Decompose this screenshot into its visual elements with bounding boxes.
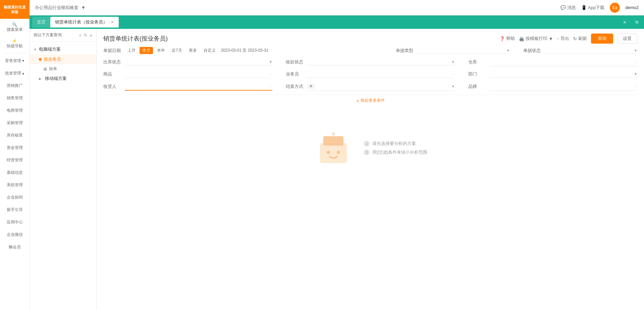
- page-content: 按以下方案查询 + ✎ « ▼ 电脑端方案 按业务员: [30, 29, 644, 310]
- industry-dropdown-icon[interactable]: ▼: [81, 5, 86, 10]
- department-select[interactable]: ▼: [490, 71, 637, 78]
- refresh-btn[interactable]: ↻ 刷新: [573, 36, 587, 42]
- doc-type-select[interactable]: ▼: [416, 47, 510, 54]
- sidebar-item-newbie[interactable]: 新手引导: [0, 204, 29, 216]
- sidebar-item-operations[interactable]: 经营管理: [0, 154, 29, 166]
- sidebar-item-wechat[interactable]: 企业微信: [0, 228, 29, 241]
- tab-restore-btn[interactable]: ⧉: [632, 17, 641, 27]
- settings-button[interactable]: 设置: [617, 34, 637, 44]
- left-panel: 按以下方案查询 + ✎ « ▼ 电脑端方案 按业务员: [30, 29, 97, 310]
- sidebar-item-ecommerce[interactable]: 电商管理: [0, 104, 29, 117]
- sidebar-item-sales[interactable]: 销售管理: [0, 92, 29, 104]
- scheme-section: ▼ 电脑端方案 按业务员 ⊞ 按单 ▶ 移动: [30, 42, 96, 86]
- sidebar-quick-nav[interactable]: ⚡快捷导航: [0, 36, 29, 52]
- empty-state-inner: 1 请先选择要分析的方案 2 用[过滤]条件来缩小分析范围: [313, 130, 427, 166]
- app-download-label: App下载: [588, 5, 604, 11]
- print-label: 按模板打印: [526, 36, 547, 42]
- refresh-label: 刷新: [578, 36, 587, 42]
- goods-dots[interactable]: ···: [269, 71, 272, 76]
- collapse-scheme-icon[interactable]: «: [90, 33, 92, 38]
- query-button[interactable]: 查询: [591, 34, 613, 44]
- sidebar-item-system[interactable]: 系统管理: [0, 179, 29, 191]
- sidebar-item-inventory[interactable]: 库存核算: [0, 129, 29, 142]
- help-icon: ❓: [499, 36, 505, 41]
- salesperson-select[interactable]: ···: [307, 70, 455, 78]
- desktop-scheme-header[interactable]: ▼ 电脑端方案: [30, 44, 96, 54]
- industry-selector[interactable]: 办公用品行业模拟账套 ▼: [35, 5, 86, 11]
- sidebar-item-wholesale[interactable]: 批发管理 ▴: [0, 67, 29, 80]
- export-icon: ↑: [557, 36, 559, 41]
- warehouse-dots[interactable]: ···: [634, 59, 637, 64]
- salesperson-label: 业务员: [286, 71, 305, 77]
- filter-section: 单据日期 上月 本月 本年 近7天 更多 自定义 2023-03-01 至 20…: [97, 47, 644, 109]
- tip-num-2: 2: [364, 149, 370, 155]
- main-area: 办公用品行业模拟账套 ▼ 💬 消息 📱 App下载 Ea demo2 首页 销货…: [30, 0, 644, 310]
- header-actions: ❓ 帮助 🖨️ 按模板打印 ▼ ↑ 导出 ↻ 刷新: [499, 34, 637, 44]
- add-scheme-icon[interactable]: +: [79, 33, 82, 38]
- brand-dots[interactable]: ···: [634, 84, 637, 89]
- scheme-by-order[interactable]: ⊞ 按单: [30, 64, 96, 73]
- tab-home[interactable]: 首页: [32, 17, 50, 28]
- date-range-display: 2023-03-01 至 2023-03-31: [221, 48, 268, 53]
- print-btn[interactable]: 🖨️ 按模板打印 ▼: [519, 36, 553, 42]
- empty-illustration: [313, 130, 354, 166]
- collapse-chevron-icon: ∧: [356, 98, 359, 103]
- help-btn[interactable]: ❓ 帮助: [499, 36, 515, 42]
- svg-point-2: [327, 151, 330, 154]
- logo-subtext: 标版: [11, 9, 18, 14]
- doc-status-arrow: ▼: [634, 49, 637, 52]
- doc-type-arrow: ▼: [506, 49, 510, 52]
- sidebar-item-retail[interactable]: 零售管理 ▾: [0, 55, 29, 67]
- warehouse-label: 仓库: [468, 59, 487, 65]
- app-logo: 畅捷通好生意 标版: [0, 0, 30, 19]
- divider: [3, 53, 26, 53]
- export-btn[interactable]: ↑ 导出: [557, 36, 570, 42]
- tab-sales-stats[interactable]: 销货单统计表（按业务员） ✕: [50, 17, 119, 28]
- settlement-select[interactable]: ✕ ▼: [307, 82, 455, 91]
- date-tab-more[interactable]: 更多: [186, 47, 200, 54]
- tab-close-icon[interactable]: ✕: [111, 20, 114, 24]
- sidebar-item-finance[interactable]: 资金管理: [0, 142, 29, 154]
- settlement-label: 结算方式: [286, 84, 305, 90]
- salesperson-dots[interactable]: ···: [451, 71, 455, 76]
- collapse-filter-btn[interactable]: ∧ 收起更多条件: [103, 95, 637, 106]
- sidebar-item-base[interactable]: 基础信息: [0, 166, 29, 179]
- print-dropdown-icon: ▼: [549, 36, 553, 41]
- date-tab-this-month[interactable]: 本月: [140, 47, 153, 54]
- date-tab-last-month[interactable]: 上月: [125, 47, 138, 54]
- sidebar-item-enterprise[interactable]: 企业协同: [0, 191, 29, 204]
- recipient-text-input[interactable]: [125, 84, 269, 89]
- message-btn[interactable]: 💬 消息: [560, 5, 576, 11]
- avatar-text: Ea: [612, 5, 618, 10]
- goods-select[interactable]: ···: [125, 70, 272, 78]
- mobile-scheme-header[interactable]: ▶ 移动端方案: [30, 73, 96, 84]
- recipient-label: 收货人: [103, 84, 122, 90]
- sidebar-item-apps[interactable]: 应用中心: [0, 216, 29, 228]
- date-tab-custom[interactable]: 自定义: [201, 47, 218, 54]
- date-tab-this-year[interactable]: 本年: [154, 47, 168, 54]
- left-panel-actions: + ✎ «: [79, 33, 92, 38]
- tab-bar: 首页 销货单统计表（按业务员） ✕ ✕ ⧉: [30, 15, 644, 29]
- warehouse-select[interactable]: ···: [490, 58, 637, 66]
- sidebar-search[interactable]: 🔍搜索菜单: [0, 19, 29, 36]
- user-avatar[interactable]: Ea: [610, 3, 620, 13]
- date-tab-last-7-days[interactable]: 近7天: [169, 47, 185, 54]
- settlement-clear-tag[interactable]: ✕: [307, 84, 315, 89]
- sidebar-item-purchase[interactable]: 采购管理: [0, 117, 29, 129]
- scheme-by-staff[interactable]: 按业务员: [30, 54, 96, 64]
- sidebar-item-member[interactable]: 畅会员: [0, 241, 29, 253]
- recipient-dots[interactable]: ···: [269, 84, 272, 89]
- sidebar-item-marketing[interactable]: 营销推广: [0, 80, 29, 92]
- recipient-input[interactable]: ···: [125, 82, 272, 91]
- edit-scheme-icon[interactable]: ✎: [84, 33, 88, 38]
- app-download-btn[interactable]: 📱 App下载: [581, 5, 604, 11]
- refresh-icon: ↻: [573, 36, 577, 41]
- receipt-status-label: 收款状态: [286, 59, 305, 65]
- doc-status-select[interactable]: ▼: [543, 47, 637, 54]
- settlement-clear-x[interactable]: ✕: [309, 84, 313, 89]
- out-status-select[interactable]: ▼: [125, 59, 272, 65]
- tab-close-btn[interactable]: ✕: [620, 17, 629, 27]
- receipt-status-select[interactable]: ▼: [307, 59, 455, 65]
- brand-select[interactable]: ···: [490, 83, 637, 91]
- right-panel-header: 销货单统计表(按业务员) ❓ 帮助 🖨️ 按模板打印 ▼ ↑ 导出: [97, 29, 644, 47]
